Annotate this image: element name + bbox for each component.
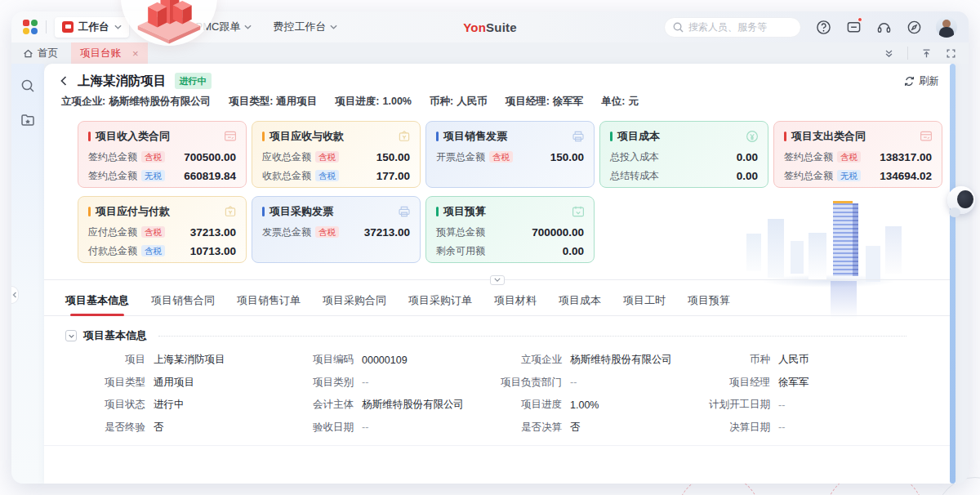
detail-tab[interactable]: 项目采购订单: [408, 291, 472, 315]
project-meta-row: 立项企业:杨斯维特股份有限公司 项目类型:通用项目 项目进度:1.00% 币种:…: [61, 95, 941, 109]
page-tab[interactable]: 项目台账 ×: [71, 42, 148, 64]
avatar[interactable]: [936, 16, 957, 38]
info-field: 项目状态 进行中: [65, 398, 274, 412]
compass-icon[interactable]: [906, 19, 922, 35]
topbar-actions: [664, 16, 957, 38]
info-field: 项目编码 00000109: [274, 353, 482, 367]
refresh-icon: [904, 76, 915, 87]
card-accent-bar: [436, 132, 439, 141]
refresh-button[interactable]: 刷新: [904, 74, 939, 88]
summary-card[interactable]: 项目销售发票 开票总金额 含税 150.00: [425, 121, 595, 188]
detail-tab[interactable]: 项目成本: [559, 291, 601, 315]
search-icon[interactable]: [20, 78, 35, 93]
app-grid-logo-icon[interactable]: [23, 20, 38, 34]
wallet-icon: [397, 129, 412, 144]
divider: [46, 20, 47, 33]
card-accent-bar: [262, 207, 265, 216]
detail-tab[interactable]: 项目销售订单: [237, 291, 301, 315]
project-folder-icon[interactable]: [20, 113, 35, 127]
help-icon[interactable]: [815, 19, 831, 35]
card-title: 项目销售发票: [443, 129, 507, 144]
detail-tab[interactable]: 项目预算: [688, 291, 730, 315]
content-area: 上海某消防项目 进行中 刷新 立项企业:杨斯维特股份有限公司 项目类型:通用项目…: [11, 64, 969, 484]
collapse-cards-toggle[interactable]: [490, 275, 505, 285]
project-meta-item: 项目类型:通用项目: [229, 95, 317, 109]
info-field-row: 是否终验 否 验收日期 -- 是否决算 否 决算日期 --: [65, 417, 898, 439]
close-icon[interactable]: ×: [132, 48, 139, 59]
project-meta-item: 项目进度:1.00%: [335, 95, 412, 109]
detail-tab[interactable]: 项目销售合同: [151, 291, 215, 315]
info-field: 是否终验 否: [65, 421, 274, 435]
info-field: 会计主体 杨斯维特股份有限公司: [274, 398, 482, 412]
project-meta-item: 立项企业:杨斯维特股份有限公司: [61, 95, 211, 109]
home-tab[interactable]: 首页: [23, 47, 58, 60]
search-icon: [673, 22, 684, 33]
topbar-nav-item[interactable]: 首页: [154, 20, 175, 34]
summary-card[interactable]: 项目采购发票 发票总金额 含税 37213.00: [252, 196, 421, 263]
topbar-nav-item[interactable]: PMC跟单: [196, 20, 252, 34]
contract-icon: [223, 129, 238, 144]
info-field: 币种 人民币: [690, 353, 898, 367]
summary-card[interactable]: 项目成本 总投入成本 0.00 总结转成本 0.00: [599, 121, 768, 188]
detail-tab[interactable]: 项目采购合同: [323, 291, 386, 315]
tax-badge: 含税: [315, 170, 339, 182]
info-field: 计划开工日期 --: [690, 398, 898, 412]
detail-tab[interactable]: 项目基本信息: [65, 291, 129, 315]
budget-icon: [571, 204, 586, 219]
open-page-tabs: 项目台账 ×: [71, 42, 148, 64]
dotted-line: [158, 336, 906, 337]
chevron-down-icon: [330, 25, 337, 29]
card-accent-bar: [262, 132, 265, 141]
assistant-button[interactable]: [947, 186, 980, 224]
left-rail: [11, 64, 44, 484]
basic-info-header: 项目基本信息: [65, 328, 906, 343]
notification-dot: [858, 17, 862, 22]
back-icon[interactable]: [59, 75, 70, 87]
card-metric-row: 签约总金额 无税 134694.02: [784, 168, 932, 183]
pin-top-icon[interactable]: [920, 47, 933, 60]
summary-card[interactable]: 项目收入类合同 签约总金额 含税 700500.00 签约总金额 无税 6608…: [78, 121, 247, 188]
workspace-switcher[interactable]: 工作台: [55, 17, 129, 38]
global-search[interactable]: [664, 17, 801, 38]
printer-icon: [571, 129, 586, 144]
tax-badge: 无税: [141, 170, 165, 182]
app-window: 工作台 首页 PMC跟单 费控工作台 YonSuite: [11, 11, 969, 484]
fullscreen-icon[interactable]: [945, 47, 957, 60]
card-title: 项目应付与付款: [96, 204, 170, 219]
main-canvas: 上海某消防项目 进行中 刷新 立项企业:杨斯维特股份有限公司 项目类型:通用项目…: [44, 64, 956, 484]
headset-icon[interactable]: [875, 19, 892, 35]
message-icon[interactable]: [845, 19, 862, 35]
summary-cards: 项目收入类合同 签约总金额 含税 700500.00 签约总金额 无税 6608…: [78, 121, 945, 263]
info-field: 决算日期 --: [690, 421, 898, 435]
card-metric-row: 应收总金额 含税 150.00: [262, 149, 410, 164]
chevron-down-icon: [114, 25, 122, 29]
card-metric-row: 签约总金额 含税 700500.00: [88, 149, 236, 164]
detail-tab[interactable]: 项目工时: [623, 291, 666, 315]
tab-tools: [883, 47, 957, 60]
card-title: 项目应收与收款: [270, 129, 344, 144]
collapse-tabs-icon[interactable]: [883, 47, 895, 60]
topbar-nav-item[interactable]: 费控工作台: [273, 20, 337, 34]
card-title: 项目成本: [617, 129, 660, 144]
divider: [907, 47, 908, 60]
section-divider: [44, 279, 950, 280]
card-metric-row: 收款总金额 含税 177.00: [262, 168, 410, 183]
yonsuite-logo: YonSuite: [463, 20, 517, 34]
tax-badge: 含税: [141, 151, 165, 163]
card-metric-row: 应付总金额 含税 37213.00: [88, 225, 236, 239]
project-meta-item: 单位:元: [601, 95, 639, 109]
scrollbar[interactable]: [950, 64, 956, 484]
summary-card[interactable]: 项目支出类合同 签约总金额 含税 138317.00 签约总金额 无税 1346…: [773, 121, 942, 188]
summary-card[interactable]: 项目应付与付款 应付总金额 含税 37213.00 付款总金额 含税 10713…: [78, 196, 247, 263]
card-accent-bar: [610, 132, 612, 141]
detail-tab[interactable]: 项目材料: [494, 291, 537, 315]
info-field-row: 项目 上海某消防项目 项目编码 00000109 立项企业 杨斯维特股份有限公司…: [65, 349, 898, 372]
info-field-row: 项目类型 通用项目 项目类别 -- 项目负责部门 -- 项目经理 徐军军: [65, 372, 898, 395]
summary-card[interactable]: 项目应收与收款 应收总金额 含税 150.00 收款总金额 含税 177.00: [252, 121, 421, 188]
summary-card[interactable]: 项目预算 预算总金额 700000.00 剩余可用额 0.00: [425, 196, 595, 263]
card-accent-bar: [88, 132, 91, 141]
collapse-section-icon[interactable]: [65, 330, 77, 341]
search-input[interactable]: [688, 21, 792, 33]
info-field: 项目进度 1.00%: [482, 398, 690, 412]
topbar: 工作台 首页 PMC跟单 费控工作台 YonSuite: [11, 11, 969, 42]
